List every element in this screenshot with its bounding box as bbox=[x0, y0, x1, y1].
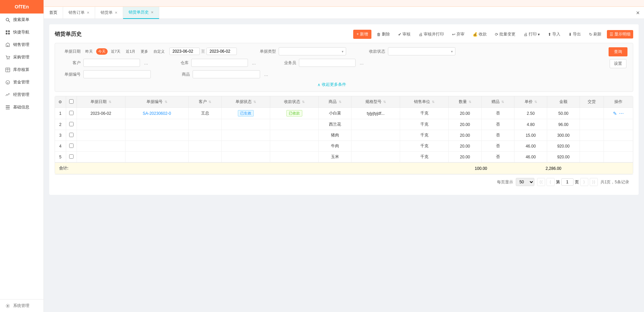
sort-payment-status-icon[interactable]: ⇅ bbox=[302, 100, 305, 104]
row-num-cell: 2 bbox=[55, 119, 66, 130]
sort-unit-price-icon[interactable]: ⇅ bbox=[534, 100, 537, 104]
window-close-btn[interactable]: ✕ bbox=[632, 10, 644, 16]
row-doc-status-cell bbox=[221, 152, 270, 162]
page-input[interactable] bbox=[561, 178, 573, 186]
row-date-cell: 2023-06-02 bbox=[77, 108, 125, 119]
collapse-button[interactable]: ∧ 收起更多条件 bbox=[60, 82, 603, 87]
sidebar-item-purchase[interactable]: 采购管理 bbox=[0, 51, 44, 63]
col-gift: 赠品 ⇅ bbox=[481, 96, 514, 108]
svg-rect-6 bbox=[7, 45, 8, 47]
tab-close-sales-history[interactable]: ✕ bbox=[151, 10, 153, 14]
next-page-button[interactable]: ⟩ bbox=[580, 178, 588, 186]
table-row: 3 猪肉 千克 20.00 否 15.00 300.00 bbox=[55, 130, 633, 141]
abandon-button[interactable]: ↩ 弃审 bbox=[449, 30, 467, 38]
settings-col-icon: ⚙ bbox=[58, 100, 62, 104]
sort-unit-icon[interactable]: ⇅ bbox=[432, 100, 435, 104]
sort-date-icon[interactable]: ⇅ bbox=[109, 100, 111, 104]
product-ellipsis-button[interactable]: ... bbox=[263, 72, 270, 77]
sidebar-item-quick-nav[interactable]: 快捷导航 bbox=[0, 26, 44, 38]
sort-customer-icon[interactable]: ⇅ bbox=[208, 100, 211, 104]
row-checkbox[interactable] bbox=[69, 133, 74, 137]
collect-button[interactable]: 💰 收款 bbox=[470, 30, 489, 38]
tab-sales-history[interactable]: 销货单历史 ✕ bbox=[123, 7, 159, 19]
tab-sales-delivery[interactable]: 销货单 ✕ bbox=[95, 7, 123, 19]
import-button[interactable]: ⬆ 导入 bbox=[545, 30, 563, 38]
sidebar-item-sales[interactable]: 销售管理 bbox=[0, 38, 44, 51]
show-detail-button[interactable]: ☰ 显示明细 bbox=[607, 30, 633, 38]
sidebar-item-inventory[interactable]: 库存核算 bbox=[0, 63, 44, 76]
customer-ellipsis-button[interactable]: ... bbox=[143, 60, 149, 66]
salesperson-ellipsis-button[interactable]: ... bbox=[358, 60, 365, 66]
sort-product-icon[interactable]: ⇅ bbox=[339, 100, 341, 104]
shortcut-yesterday[interactable]: 昨天 bbox=[83, 48, 95, 55]
row-actions-cell: ✎⋯ bbox=[604, 108, 633, 119]
payment-status-badge: 已收款 bbox=[286, 110, 302, 116]
audit-print-button[interactable]: 🖨 审核并打印 bbox=[416, 30, 447, 38]
tab-close-sales-delivery[interactable]: ✕ bbox=[115, 11, 117, 15]
doc-no-input[interactable] bbox=[83, 70, 151, 78]
date-label: 单据日期 bbox=[60, 49, 81, 54]
sidebar-item-system[interactable]: 系统管理 bbox=[0, 300, 44, 312]
row-delivery-cell bbox=[580, 108, 604, 119]
more-action-icon[interactable]: ⋯ bbox=[619, 111, 624, 116]
col-settings[interactable]: ⚙ bbox=[55, 96, 66, 108]
sidebar-item-operations[interactable]: 经营管理 bbox=[0, 88, 44, 101]
shortcut-last7days[interactable]: 近7天 bbox=[109, 48, 122, 55]
sidebar-item-search-menu[interactable]: 搜索菜单 bbox=[0, 14, 44, 26]
date-to-input[interactable] bbox=[206, 48, 237, 55]
shortcut-custom[interactable]: 自定义 bbox=[151, 48, 167, 55]
payment-status-select[interactable] bbox=[388, 47, 455, 55]
date-from-input[interactable] bbox=[169, 48, 200, 55]
row-checkbox[interactable] bbox=[69, 144, 74, 148]
refresh-button[interactable]: ↻ 刷新 bbox=[586, 30, 604, 38]
sort-doc-status-icon[interactable]: ⇅ bbox=[253, 100, 256, 104]
shortcut-today[interactable]: 今天 bbox=[96, 48, 108, 55]
row-quantity-cell: 20.00 bbox=[449, 152, 481, 162]
sidebar-item-basic[interactable]: 基础信息 bbox=[0, 101, 44, 113]
edit-action-icon[interactable]: ✎ bbox=[613, 111, 617, 116]
filter-salesperson: 业务员 ... bbox=[276, 59, 365, 67]
abandon-icon: ↩ bbox=[452, 32, 455, 37]
warehouse-input[interactable] bbox=[191, 59, 248, 67]
new-button[interactable]: + 新增 bbox=[353, 30, 371, 39]
doc-no-link[interactable]: SA-20230602-0 bbox=[143, 111, 171, 116]
row-date-cell bbox=[77, 141, 125, 152]
customer-input[interactable] bbox=[83, 59, 140, 67]
sort-gift-icon[interactable]: ⇅ bbox=[501, 100, 504, 104]
row-gift-cell: 否 bbox=[481, 108, 514, 119]
purchase-icon bbox=[5, 55, 10, 60]
shortcut-last1month[interactable]: 近1月 bbox=[124, 48, 137, 55]
batch-change-button[interactable]: ⟳ 批量变更 bbox=[492, 30, 518, 38]
row-checkbox[interactable] bbox=[69, 154, 74, 159]
doc-type-select[interactable] bbox=[279, 47, 346, 55]
per-page-select[interactable]: 50 100 200 bbox=[516, 178, 534, 186]
export-button[interactable]: ⬇ 导出 bbox=[566, 30, 584, 38]
sort-doc-no-icon[interactable]: ⇅ bbox=[165, 100, 167, 104]
sort-quantity-icon[interactable]: ⇅ bbox=[469, 100, 471, 104]
delete-button[interactable]: 🗑 删除 bbox=[374, 30, 393, 38]
salesperson-input[interactable] bbox=[299, 59, 356, 67]
warehouse-ellipsis-button[interactable]: ... bbox=[251, 60, 257, 66]
tab-close-sales-order[interactable]: ✕ bbox=[87, 11, 89, 15]
query-button[interactable]: 查询 bbox=[609, 47, 627, 56]
row-customer-cell bbox=[189, 141, 221, 152]
tab-home[interactable]: 首页 bbox=[44, 7, 63, 19]
audit-button[interactable]: ✔ 审核 bbox=[395, 30, 413, 38]
select-all-checkbox[interactable] bbox=[69, 99, 74, 104]
row-checkbox[interactable] bbox=[69, 111, 74, 115]
row-unit-price-cell: 4.80 bbox=[514, 119, 547, 130]
row-payment-status-cell bbox=[270, 130, 318, 141]
tab-sales-order[interactable]: 销售订单 ✕ bbox=[63, 7, 95, 19]
sort-spec-icon[interactable]: ⇅ bbox=[383, 100, 386, 104]
print-button[interactable]: 🖨 打印 ▾ bbox=[521, 30, 542, 38]
filter-settings-button[interactable]: 设置 bbox=[610, 59, 626, 68]
product-input[interactable] bbox=[193, 70, 260, 78]
first-page-button[interactable]: ⟨⟨ bbox=[537, 178, 545, 186]
row-checkbox-cell bbox=[66, 119, 77, 130]
shortcut-more[interactable]: 更多 bbox=[139, 48, 150, 55]
row-checkbox[interactable] bbox=[69, 122, 74, 126]
prev-page-button[interactable]: ⟨ bbox=[547, 178, 555, 186]
product-label: 商品 bbox=[170, 72, 190, 77]
sidebar-item-finance[interactable]: ¥ 资金管理 bbox=[0, 76, 44, 88]
last-page-button[interactable]: ⟩⟩ bbox=[590, 178, 598, 186]
